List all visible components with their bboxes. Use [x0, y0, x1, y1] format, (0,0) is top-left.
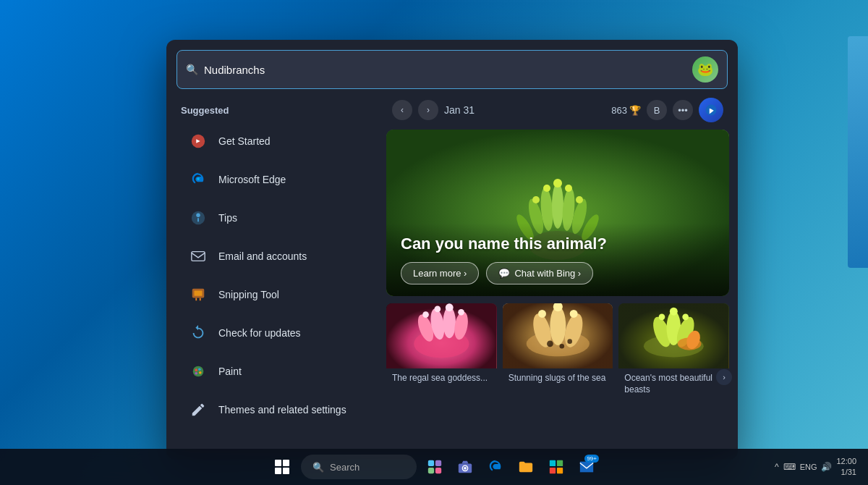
sidebar-item-tips[interactable]: Tips — [172, 199, 378, 237]
taskbar-right: ^ ⌨ ENG 🔊 12:001/31 — [775, 456, 856, 478]
prev-button[interactable]: ‹ — [392, 100, 412, 120]
more-options-button[interactable]: ••• — [673, 100, 693, 120]
svg-point-35 — [422, 311, 429, 318]
taskbar-icon-camera[interactable] — [453, 455, 477, 479]
score-badge: 863 🏆 — [611, 105, 641, 116]
sidebar-section-label: Suggested — [166, 101, 383, 122]
windows-start-button[interactable] — [269, 454, 295, 480]
svg-point-45 — [538, 310, 546, 318]
svg-point-24 — [532, 196, 540, 203]
next-thumbnail-button[interactable]: › — [716, 369, 732, 385]
svg-point-9 — [193, 366, 204, 377]
chat-icon: 💬 — [498, 268, 510, 279]
svg-rect-65 — [435, 468, 441, 473]
desktop: 🔍 🐸 Suggested Get Started — [0, 0, 868, 485]
themes-icon — [187, 398, 210, 421]
svg-point-49 — [559, 344, 564, 349]
right-accent-bar — [848, 36, 868, 268]
avatar: 🐸 — [692, 56, 718, 83]
search-bar-container: 🔍 🐸 — [176, 50, 728, 89]
svg-point-59 — [659, 313, 665, 320]
sidebar-item-label: Snipping Tool — [218, 289, 279, 300]
clock: 12:001/31 — [836, 456, 856, 478]
taskbar-search-button[interactable]: 🔍 Search — [301, 455, 417, 479]
sidebar-item-label: Email and accounts — [218, 250, 307, 262]
search-icon: 🔍 — [186, 64, 198, 75]
sidebar-item-get-started[interactable]: Get Started — [172, 122, 378, 160]
learn-more-button[interactable]: Learn more › — [401, 262, 479, 284]
svg-point-10 — [195, 368, 197, 371]
svg-rect-70 — [557, 460, 563, 466]
next-button[interactable]: › — [418, 100, 438, 120]
sidebar-item-label: Paint — [218, 366, 242, 377]
sidebar-item-snipping[interactable]: Snipping Tool — [172, 276, 378, 313]
svg-point-19 — [552, 182, 563, 229]
svg-point-50 — [567, 339, 572, 344]
svg-point-26 — [553, 179, 562, 187]
thumb-caption-2: Stunning slugs of the sea — [503, 368, 613, 389]
taskbar-icon-files[interactable] — [514, 455, 538, 479]
svg-point-12 — [199, 371, 202, 374]
date-label: Jan 31 — [444, 104, 605, 116]
sidebar: Suggested Get Started Microsoft Edge — [166, 95, 383, 460]
chat-bing-button[interactable]: 💬 Chat with Bing › — [486, 262, 593, 284]
svg-point-13 — [195, 372, 197, 375]
sidebar-item-label: Microsoft Edge — [218, 174, 286, 185]
sidebar-item-label: Themes and related settings — [218, 404, 346, 416]
svg-point-37 — [446, 303, 454, 311]
sidebar-item-label: Tips — [218, 212, 237, 224]
sidebar-item-themes[interactable]: Themes and related settings — [172, 391, 378, 429]
svg-rect-6 — [195, 291, 203, 296]
sidebar-item-edge[interactable]: Microsoft Edge — [172, 161, 378, 198]
thumb-caption-3: Ocean's most beautiful beasts — [618, 368, 729, 400]
speaker-icon[interactable]: 🔊 — [821, 462, 832, 472]
svg-point-43 — [550, 306, 566, 346]
bing-icon-button[interactable] — [699, 98, 723, 122]
hero-buttons: Learn more › 💬 Chat with Bing › — [401, 262, 715, 284]
paint-icon — [187, 360, 210, 383]
svg-point-36 — [435, 306, 441, 313]
thumb-card-2[interactable]: Stunning slugs of the sea — [503, 303, 613, 451]
svg-rect-3 — [197, 218, 199, 222]
letter-badge[interactable]: B — [647, 100, 667, 120]
sidebar-item-updates[interactable]: Check for updates — [172, 314, 378, 352]
get-started-icon — [187, 130, 210, 153]
svg-rect-63 — [435, 460, 441, 466]
svg-rect-69 — [550, 460, 556, 466]
sidebar-item-email[interactable]: Email and accounts — [172, 237, 378, 275]
taskbar: 🔍 Search 99+ — [0, 449, 868, 485]
svg-point-25 — [543, 185, 550, 192]
thumb-card-3[interactable]: Ocean's most beautiful beasts — [618, 303, 729, 451]
svg-rect-64 — [428, 468, 434, 473]
taskbar-icon-email[interactable]: 99+ — [574, 455, 599, 479]
thumb-image-3 — [618, 303, 729, 368]
taskbar-search-label: Search — [330, 462, 359, 473]
right-content: ‹ › Jan 31 863 🏆 B ••• — [383, 95, 738, 460]
taskbar-center: 🔍 Search 99+ — [269, 454, 599, 480]
svg-point-27 — [565, 185, 572, 192]
hero-container: Can you name this animal? Learn more › 💬… — [386, 130, 729, 296]
hero-overlay: Can you name this animal? Learn more › 💬… — [386, 223, 729, 296]
thumb-image-1 — [386, 303, 497, 368]
svg-rect-71 — [550, 468, 556, 473]
notification-badge: 99+ — [584, 455, 599, 463]
svg-rect-72 — [557, 468, 563, 473]
thumb-caption-1: The regal sea goddess... — [386, 368, 497, 389]
svg-point-48 — [547, 341, 553, 347]
hero-title: Can you name this animal? — [401, 235, 715, 253]
email-icon — [187, 245, 210, 268]
windows-logo-icon — [275, 460, 289, 474]
svg-point-47 — [569, 310, 577, 318]
thumb-image-2 — [503, 303, 613, 368]
tips-icon — [187, 206, 210, 229]
chevron-icon[interactable]: ^ — [775, 462, 779, 472]
svg-point-38 — [458, 309, 464, 316]
taskbar-search-icon: 🔍 — [312, 462, 324, 473]
taskbar-icon-widgets[interactable] — [422, 455, 447, 479]
svg-point-68 — [464, 467, 467, 470]
search-input[interactable] — [204, 64, 692, 76]
taskbar-icon-edge[interactable] — [483, 455, 508, 479]
taskbar-icon-store[interactable] — [544, 455, 569, 479]
thumb-card-1[interactable]: The regal sea goddess... — [386, 303, 497, 451]
sidebar-item-paint[interactable]: Paint — [172, 353, 378, 390]
